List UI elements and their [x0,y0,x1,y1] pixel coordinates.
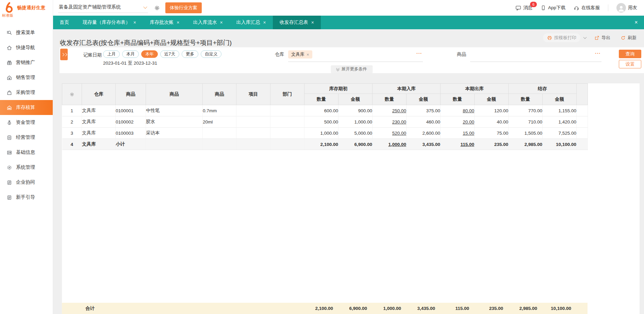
messages-badge: 6 [530,2,537,7]
warehouse-picker-ellipsis[interactable]: ··· [416,51,422,56]
app-download-link[interactable]: App下载 [541,5,565,11]
sidebar-item-label: 企业协同 [16,179,35,185]
tag-close-icon[interactable]: × [307,52,309,57]
sidebar-item-base-info[interactable]: 基础信息 [0,145,53,160]
tab-close-icon[interactable]: × [311,20,314,25]
cell-product-name: 中性笔 [146,105,203,116]
cell-warehouse: 文具库 [82,105,116,116]
sidebar-item-purchase-mgmt[interactable]: 采购管理 [0,85,53,100]
export-label: 导出 [601,35,610,41]
money-bag-icon [6,120,12,126]
page-title: 收发存汇总表(按仓库+商品编码+商品+规格型号+项目+部门) [60,38,232,47]
pill-this-year[interactable]: 本年 [141,50,158,58]
cell-inbound-qty-link[interactable]: 250.00 [373,105,407,116]
sidebar-item-operations-mgmt[interactable]: 经营管理 [0,130,53,145]
sidebar-item-search-menu[interactable]: 搜索菜单 [0,25,53,40]
sidebar-item-quick-nav[interactable]: 快捷导航 [0,40,53,55]
export-button[interactable]: 导出 [592,34,612,41]
logo-area: 畅捷通好生意 标准版 [0,0,53,23]
system-select[interactable]: 装备及固定资产辅助管理系统 [58,3,148,13]
sidebar-item-newbie-guide[interactable]: 新手引导 [0,190,53,205]
sidebar-item-label: 采购管理 [16,89,35,96]
cell-outbound-amt: 75.00 [475,128,509,139]
sidebar-item-marketing[interactable]: 营销推广 [0,55,53,70]
product-field[interactable]: ··· [470,50,601,62]
pill-last-7-days[interactable]: 近7天 [160,50,179,58]
cell-inbound-amt: 2,600.00 [407,128,441,139]
expand-more-conditions-button[interactable]: 展开更多条件 [331,65,373,73]
cell-department [270,116,304,128]
cell-closing-amt: 10,100.00 [543,139,577,150]
tab-receipt-issue-summary[interactable]: 收发存汇总表 × [273,16,321,29]
tab-batch-ledger[interactable]: 库存批次账 × [143,16,186,29]
search-icon [6,30,12,36]
tab-close-icon[interactable]: × [220,20,222,25]
cell-outbound-qty-link[interactable]: 115.00 [441,139,475,150]
sidebar-item-enterprise-collab[interactable]: 企业协同 [0,175,53,190]
product-label: 商品 [457,50,466,59]
total-inbound-amt: 3,435.00 [406,303,440,314]
collapse-filter-button[interactable] [60,49,68,60]
cell-outbound-qty-link[interactable]: 80.00 [441,105,475,116]
sidebar-item-sales-mgmt[interactable]: 销售管理 [0,70,53,85]
cell-outbound-qty-link[interactable]: 15.00 [441,128,475,139]
user-menu[interactable]: 用友 [616,3,637,13]
col-header-blank [577,84,588,105]
sidebar-nav: 搜索菜单 快捷导航 营销推广 销售管理 采购管理 库存核算 [0,25,53,205]
sidebar-item-label: 营销推广 [16,60,35,66]
app-edition-label: 标准版 [2,13,13,18]
cell-opening-qty: 1,000.00 [304,128,338,139]
cell-blank [146,303,202,314]
total-outbound-amt: 235.00 [474,303,508,314]
double-chevron-down-icon [337,68,339,71]
product-picker-ellipsis[interactable]: ··· [595,51,601,56]
cell-department [270,105,304,116]
group-header-outbound: 本期出库 [441,84,509,94]
tab-close-icon[interactable]: × [177,20,179,25]
cell-product-name [146,139,203,150]
tab-close-icon[interactable]: × [133,20,136,25]
col-header-project: 项目 [236,84,270,105]
query-button[interactable]: 查询 [619,50,641,58]
pill-more[interactable]: 更多 [182,50,198,58]
refresh-icon [621,35,626,40]
sub-header-amt: 金额 [338,94,373,105]
sidebar-item-inventory-accounting[interactable]: 库存核算 [0,100,53,115]
expand-more-label: 展开更多条件 [342,66,367,72]
cell-inbound-qty-link[interactable]: 230.00 [373,116,407,128]
cell-inbound-qty-link[interactable]: 520.00 [373,128,407,139]
total-closing-qty: 2,985.00 [508,303,542,314]
cell-project [236,128,270,139]
settings-button[interactable]: 设置 [619,60,641,68]
refresh-button[interactable]: 刷新 [618,34,639,41]
sidebar: 畅捷通好生意 标准版 搜索菜单 快捷导航 营销推广 销售管理 [0,0,53,314]
tab-stock-distribution[interactable]: 现存量（库存分布表） × [76,16,143,29]
row-number: 4 [62,139,82,150]
messages-link[interactable]: 消息 6 [515,5,532,11]
tabbar-close-icon[interactable]: × [628,16,644,29]
tab-inout-flow[interactable]: 出入库流水 × [186,16,229,29]
cell-product-code: 0100003 [116,128,146,139]
sidebar-item-funds-mgmt[interactable]: 资金管理 [0,115,53,130]
pill-this-month[interactable]: 本月 [122,50,139,58]
cell-outbound-qty-link[interactable]: 20.00 [441,116,475,128]
online-service-link[interactable]: 在线客服 [574,5,600,11]
cell-blank [577,139,588,150]
date-range-value[interactable]: 2023-01-01 至 2023-12-31 [103,60,157,66]
sidebar-item-system-mgmt[interactable]: 系统管理 [0,160,53,175]
tab-home[interactable]: 首页 [53,16,76,29]
cell-warehouse: 文具库 [82,139,116,150]
cell-product-spec [203,139,236,150]
tab-close-icon[interactable]: × [263,20,266,25]
trial-industry-button[interactable]: 体验行业方案 [165,2,202,13]
settings-gear-icon[interactable] [154,5,160,11]
print-by-template-button[interactable]: 按模板打印 [543,33,586,42]
pill-last-month[interactable]: 上月 [103,50,120,58]
gear-icon [69,92,75,97]
pill-custom[interactable]: 自定义 [201,50,222,58]
app-logo-icon [3,2,15,14]
column-settings-header[interactable] [62,84,82,105]
warehouse-field[interactable]: 文具库 × ··· [288,50,423,62]
tab-inout-summary[interactable]: 出入库汇总 × [230,16,273,29]
cell-inbound-qty-link[interactable]: 1,000.00 [373,139,407,150]
